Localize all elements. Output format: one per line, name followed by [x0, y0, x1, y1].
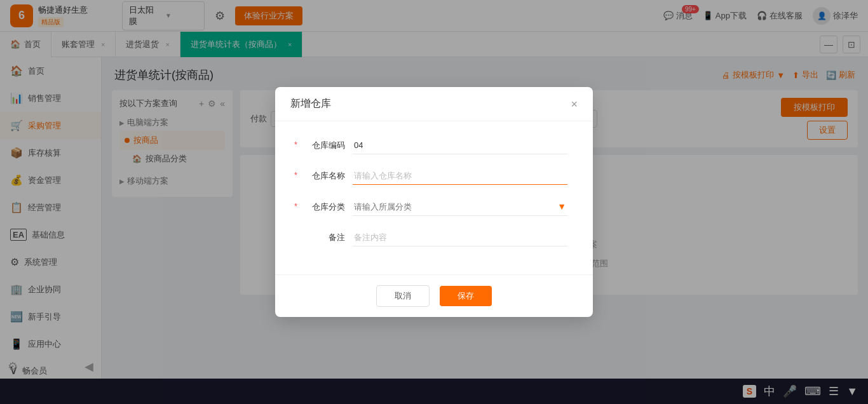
remark-input[interactable] [353, 229, 567, 246]
new-warehouse-modal: 新增仓库 × 仓库编码 仓库名称 仓库分类 ▼ [275, 87, 593, 317]
name-label: 仓库名称 [301, 170, 345, 182]
modal-close-button[interactable]: × [571, 98, 578, 110]
category-label: 仓库分类 [301, 201, 345, 213]
category-input[interactable] [354, 202, 557, 212]
modal-footer: 取消 保存 [275, 274, 593, 317]
name-input[interactable] [353, 167, 567, 185]
form-row-remark: 备注 [301, 229, 567, 246]
modal-title: 新增仓库 [290, 97, 331, 111]
modal-overlay: 新增仓库 × 仓库编码 仓库名称 仓库分类 ▼ [0, 0, 868, 404]
category-dropdown-arrow: ▼ [557, 201, 566, 212]
modal-body: 仓库编码 仓库名称 仓库分类 ▼ 备注 [275, 121, 593, 274]
cancel-button[interactable]: 取消 [376, 285, 430, 307]
code-input[interactable] [353, 137, 567, 154]
form-row-category: 仓库分类 ▼ [301, 198, 567, 216]
form-row-name: 仓库名称 [301, 167, 567, 185]
remark-label: 备注 [301, 232, 345, 243]
modal-header: 新增仓库 × [275, 87, 593, 121]
save-button[interactable]: 保存 [440, 286, 492, 306]
category-select[interactable]: ▼ [353, 198, 567, 216]
code-label: 仓库编码 [301, 140, 345, 151]
form-row-code: 仓库编码 [301, 137, 567, 154]
